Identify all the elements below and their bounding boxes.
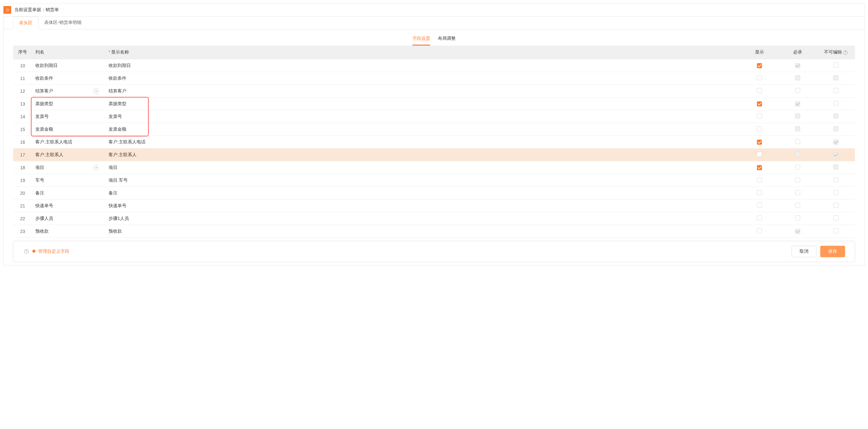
required-checkbox bbox=[795, 75, 800, 80]
table-row[interactable]: 13票据类型票据类型 bbox=[13, 97, 855, 110]
show-checkbox[interactable] bbox=[757, 216, 762, 221]
show-checkbox[interactable] bbox=[757, 228, 762, 233]
row-display-name[interactable]: 客户.主联系人电话 bbox=[105, 136, 740, 148]
add-icon[interactable]: + bbox=[93, 165, 99, 171]
readonly-checkbox[interactable] bbox=[833, 101, 838, 106]
row-display-name[interactable]: 发票金额 bbox=[105, 123, 740, 136]
row-column-name: 客户.主联系人 bbox=[32, 148, 105, 161]
save-button[interactable]: 保存 bbox=[820, 246, 845, 257]
required-checkbox bbox=[795, 63, 800, 68]
row-column-name: 快递单号 bbox=[32, 200, 105, 212]
row-display-name[interactable]: 发票号 bbox=[105, 110, 740, 123]
row-column-name: 步骤人员 bbox=[32, 212, 105, 225]
required-checkbox[interactable] bbox=[795, 190, 800, 195]
row-seq: 12 bbox=[13, 85, 32, 97]
show-checkbox[interactable] bbox=[757, 88, 762, 93]
required-checkbox[interactable] bbox=[795, 88, 800, 93]
col-header-seq: 序号 bbox=[13, 46, 32, 59]
required-checkbox[interactable] bbox=[795, 216, 800, 221]
row-column-name: 发票金额 bbox=[32, 123, 105, 136]
table-row[interactable]: 21快递单号快递单号 bbox=[13, 200, 855, 212]
show-checkbox[interactable] bbox=[757, 190, 762, 195]
row-display-name[interactable]: 快递单号 bbox=[105, 200, 740, 212]
show-checkbox[interactable] bbox=[757, 203, 762, 208]
row-display-name[interactable]: 票据类型 bbox=[105, 97, 740, 110]
readonly-checkbox[interactable] bbox=[833, 228, 838, 233]
readonly-checkbox bbox=[833, 75, 838, 80]
subtab-field-settings[interactable]: 字段设置 bbox=[412, 34, 430, 46]
table-row[interactable]: 16客户.主联系人电话客户.主联系人电话 bbox=[13, 136, 855, 148]
table-row[interactable]: 23预收款预收款 bbox=[13, 225, 855, 238]
help-icon[interactable]: ? bbox=[843, 50, 848, 55]
required-checkbox bbox=[795, 229, 800, 234]
required-checkbox bbox=[795, 102, 800, 107]
row-display-name[interactable]: 客户.主联系人 bbox=[105, 148, 740, 161]
readonly-checkbox[interactable] bbox=[833, 190, 838, 195]
required-checkbox[interactable] bbox=[795, 203, 800, 208]
readonly-checkbox[interactable] bbox=[833, 88, 838, 93]
main-tabs: 表头区 表体区-销货单明细 bbox=[3, 17, 865, 29]
show-checkbox[interactable] bbox=[757, 75, 762, 80]
show-checkbox[interactable] bbox=[757, 63, 762, 68]
show-checkbox[interactable] bbox=[757, 177, 762, 182]
row-display-name[interactable]: 收款到期日 bbox=[105, 59, 740, 72]
readonly-checkbox[interactable] bbox=[833, 216, 838, 221]
row-display-name[interactable]: 收款条件 bbox=[105, 72, 740, 85]
question-icon[interactable]: ? bbox=[24, 249, 29, 254]
page-title: 当前设置单据：销货单 bbox=[14, 7, 59, 13]
row-display-name[interactable]: 结算客户 bbox=[105, 85, 740, 97]
show-checkbox[interactable] bbox=[757, 152, 762, 157]
table-row[interactable]: 18项目+项目 bbox=[13, 161, 855, 174]
readonly-checkbox bbox=[833, 140, 838, 145]
col-header-name: 列名 bbox=[32, 46, 105, 59]
required-checkbox[interactable] bbox=[795, 165, 800, 170]
row-seq: 13 bbox=[13, 97, 32, 110]
expand-sidebar-button[interactable] bbox=[3, 6, 11, 14]
row-column-name: 收款条件 bbox=[32, 72, 105, 85]
required-checkbox bbox=[795, 113, 800, 119]
table-row[interactable]: 17客户.主联系人客户.主联系人 bbox=[13, 148, 855, 161]
readonly-checkbox[interactable] bbox=[833, 177, 838, 182]
fields-table: 序号 列名 *显示名称 显示 必录 不可编辑? 10收款到期日收款到期日11收款… bbox=[13, 46, 855, 238]
table-row[interactable]: 14发票号发票号 bbox=[13, 110, 855, 123]
row-seq: 22 bbox=[13, 212, 32, 225]
row-display-name[interactable]: 步骤1人员 bbox=[105, 212, 740, 225]
tab-body-area[interactable]: 表体区-销货单明细 bbox=[38, 17, 87, 29]
row-seq: 17 bbox=[13, 148, 32, 161]
row-column-name: 结算客户+ bbox=[32, 85, 105, 97]
readonly-checkbox bbox=[833, 126, 838, 131]
row-column-name: 项目+ bbox=[32, 161, 105, 174]
row-display-name[interactable]: 项目 bbox=[105, 161, 740, 174]
row-column-name: 车号 bbox=[32, 174, 105, 187]
show-checkbox[interactable] bbox=[757, 165, 762, 170]
row-column-name: 客户.主联系人电话 bbox=[32, 136, 105, 148]
table-row[interactable]: 12结算客户+结算客户 bbox=[13, 85, 855, 97]
table-row[interactable]: 11收款条件收款条件 bbox=[13, 72, 855, 85]
readonly-checkbox[interactable] bbox=[833, 203, 838, 208]
subtab-layout-adjust[interactable]: 布局调整 bbox=[438, 34, 456, 46]
footer-bar: ? 管理自定义字段 取消 保存 bbox=[13, 241, 855, 262]
show-checkbox[interactable] bbox=[757, 140, 762, 145]
row-column-name: 收款到期日 bbox=[32, 59, 105, 72]
table-row[interactable]: 20备注备注 bbox=[13, 187, 855, 200]
add-icon[interactable]: + bbox=[93, 88, 99, 94]
gear-icon bbox=[31, 249, 36, 254]
table-row[interactable]: 10收款到期日收款到期日 bbox=[13, 59, 855, 72]
table-row[interactable]: 19车号项目.车号 bbox=[13, 174, 855, 187]
required-checkbox[interactable] bbox=[795, 177, 800, 182]
row-display-name[interactable]: 备注 bbox=[105, 187, 740, 200]
row-seq: 20 bbox=[13, 187, 32, 200]
row-display-name[interactable]: 预收款 bbox=[105, 225, 740, 238]
show-checkbox[interactable] bbox=[757, 126, 762, 131]
show-checkbox[interactable] bbox=[757, 113, 762, 119]
required-checkbox[interactable] bbox=[795, 139, 800, 144]
table-row[interactable]: 22步骤人员步骤1人员 bbox=[13, 212, 855, 225]
cancel-button[interactable]: 取消 bbox=[792, 246, 816, 257]
row-display-name[interactable]: 项目.车号 bbox=[105, 174, 740, 187]
manage-custom-fields-link[interactable]: 管理自定义字段 bbox=[38, 249, 69, 254]
table-row[interactable]: 15发票金额发票金额 bbox=[13, 123, 855, 136]
row-seq: 15 bbox=[13, 123, 32, 136]
show-checkbox[interactable] bbox=[757, 102, 762, 107]
tab-header-area[interactable]: 表头区 bbox=[13, 17, 38, 29]
readonly-checkbox[interactable] bbox=[833, 62, 838, 67]
